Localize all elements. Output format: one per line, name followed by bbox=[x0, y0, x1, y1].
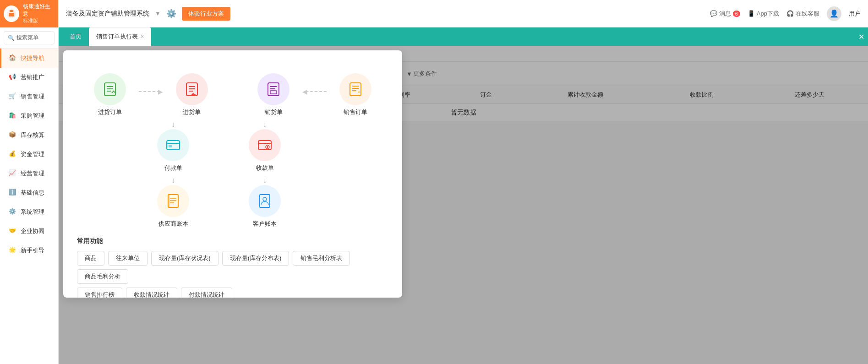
search-icon: 🔍 bbox=[8, 35, 15, 41]
logo-text: 畅康通好生意 标准版 bbox=[23, 3, 55, 24]
main-content: 装备及固定资产辅助管理系统 ▼ ⚙️ 体验行业方案 💬 消息 6 📱 App下载… bbox=[59, 0, 868, 364]
sidebar-item-inventory[interactable]: 📦 库存核算 bbox=[0, 125, 58, 145]
sales-order-label: 销售订单 bbox=[344, 108, 367, 116]
top-header: 装备及固定资产辅助管理系统 ▼ ⚙️ 体验行业方案 💬 消息 6 📱 App下载… bbox=[59, 0, 868, 27]
sidebar-nav: 🏠 快捷导航 📢 营销推广 🛒 销售管理 🛍️ 采购管理 📦 库存核算 💰 bbox=[0, 49, 58, 364]
flow-node-purchase-order: 进货订单 bbox=[82, 73, 139, 116]
operations-icon: 📈 bbox=[9, 169, 17, 178]
sidebar: 畅康通好生意 标准版 🔍 搜索菜单 🏠 快捷导航 📢 营销推广 🛒 销售管理 bbox=[0, 0, 59, 364]
common-btn-customer-unit[interactable]: 往来单位 bbox=[108, 251, 147, 266]
chevron-down-icon: ▼ bbox=[155, 10, 161, 17]
sidebar-item-quick-guide[interactable]: 🏠 快捷导航 bbox=[0, 49, 58, 68]
sidebar-item-system[interactable]: ⚙️ 系统管理 bbox=[0, 202, 58, 222]
page-area: ❓ 帮助 🖨️ 按模板打印 ▼ 📤 导出 ▼ 🔄 刷新 bbox=[59, 46, 868, 364]
payment-bill-circle bbox=[157, 129, 189, 161]
common-btn-product-profit[interactable]: 商品毛利分析 bbox=[77, 269, 128, 284]
sidebar-item-sales[interactable]: 🛒 销售管理 bbox=[0, 87, 58, 106]
receipt-bill-circle bbox=[249, 129, 281, 161]
message-icon: 💬 bbox=[710, 10, 717, 17]
common-btn-payment-stats[interactable]: 付款情况统计 bbox=[181, 288, 232, 298]
common-btn-product[interactable]: 商品 bbox=[77, 251, 104, 266]
purchase-bill-label: 进货单 bbox=[183, 108, 201, 116]
tab-bar-close-button[interactable]: ✕ bbox=[858, 33, 864, 41]
flow-node-sales-order: 销售订单 bbox=[327, 73, 384, 116]
svg-rect-13 bbox=[270, 91, 277, 94]
sales-bill-circle bbox=[257, 73, 289, 105]
common-btn-sales-ranking[interactable]: 销售排行榜 bbox=[77, 288, 122, 298]
middle-row: ↓ 付款单 ↓ bbox=[82, 120, 384, 172]
modal-overlay[interactable]: 进货订单 ▶ bbox=[59, 46, 868, 364]
arrow-sales-bill-to-receipt: ↓ bbox=[263, 120, 267, 129]
tab-bar: 首页 销售订单执行表 × ✕ bbox=[59, 27, 868, 46]
bottom-row: ↓ 供应商账本 ↓ bbox=[82, 176, 384, 228]
sidebar-item-finance[interactable]: 💰 资金管理 bbox=[0, 145, 58, 164]
common-btn-receipt-stats[interactable]: 收款情况统计 bbox=[126, 288, 177, 298]
common-btn-inventory-status[interactable]: 现存量(库存状况表) bbox=[151, 251, 218, 266]
megaphone-icon: 📢 bbox=[9, 73, 17, 81]
common-buttons-row1: 商品 往来单位 现存量(库存状况表) 现存量(库存分布表) 销售毛利分析表 商品… bbox=[77, 251, 388, 284]
header-actions: 💬 消息 6 📱 App下载 🎧 在线客服 👤 用户 bbox=[710, 6, 861, 21]
coop-icon: 🤝 bbox=[9, 227, 17, 235]
sidebar-item-purchase[interactable]: 🛍️ 采购管理 bbox=[0, 106, 58, 125]
sidebar-item-cooperation[interactable]: 🤝 企业协同 bbox=[0, 222, 58, 241]
svg-rect-22 bbox=[258, 141, 271, 150]
flow-col-receipt: ↓ 收款单 bbox=[233, 120, 297, 172]
sidebar-item-marketing[interactable]: 📢 营销推广 bbox=[0, 68, 58, 87]
payment-bill-label: 付款单 bbox=[164, 164, 182, 172]
svg-rect-14 bbox=[350, 83, 361, 96]
receipt-bill-label: 收款单 bbox=[256, 164, 274, 172]
purchase-icon: 🛍️ bbox=[9, 112, 17, 120]
app-download-button[interactable]: 📱 App下载 bbox=[748, 10, 779, 18]
arrow-purchase-order-to-bill: ▶ bbox=[139, 73, 164, 95]
message-button[interactable]: 💬 消息 6 bbox=[710, 10, 740, 18]
common-btn-sales-profit[interactable]: 销售毛利分析表 bbox=[293, 251, 350, 266]
experience-button[interactable]: 体验行业方案 bbox=[182, 7, 230, 21]
sidebar-item-operations[interactable]: 📈 经营管理 bbox=[0, 164, 58, 183]
sidebar-item-basic-info[interactable]: ℹ️ 基础信息 bbox=[0, 183, 58, 202]
user-avatar[interactable]: 👤 bbox=[827, 6, 841, 21]
settings-button[interactable]: ⚙️ bbox=[166, 9, 176, 19]
sales-order-circle bbox=[339, 73, 371, 105]
purchase-order-label: 进货订单 bbox=[98, 108, 122, 116]
svg-rect-31 bbox=[168, 195, 170, 207]
tab-sales-order[interactable]: 销售订单执行表 × bbox=[89, 27, 151, 46]
supplier-account-circle bbox=[157, 185, 189, 217]
home-tab-label: 首页 bbox=[70, 33, 82, 41]
arrow-receipt-to-customer: ↓ bbox=[263, 176, 267, 185]
flow-col-customer: ↓ 客户账本 bbox=[233, 176, 297, 228]
sales-bill-label: 销货单 bbox=[265, 108, 283, 116]
tab-close-button[interactable]: × bbox=[141, 33, 144, 40]
logo-icon bbox=[4, 5, 19, 22]
purchase-order-circle bbox=[94, 73, 126, 105]
svg-rect-21 bbox=[169, 145, 172, 147]
sidebar-item-newbie[interactable]: 🌟 新手引导 bbox=[0, 241, 58, 260]
flow-col-supplier: ↓ 供应商账本 bbox=[141, 176, 205, 228]
system-icon: ⚙️ bbox=[9, 208, 17, 216]
svg-rect-1 bbox=[9, 13, 14, 16]
arrow-sales-order-to-bill: ◀ bbox=[302, 73, 327, 95]
flow-node-sales-bill: 销货单 bbox=[245, 73, 302, 116]
customer-account-label: 客户账本 bbox=[253, 220, 277, 228]
info-icon: ℹ️ bbox=[9, 189, 17, 197]
modal-box: 进货订单 ▶ bbox=[63, 50, 402, 298]
common-buttons-row2: 销售排行榜 收款情况统计 付款情况统计 bbox=[77, 288, 388, 298]
common-btn-inventory-dist[interactable]: 现存量(库存分布表) bbox=[222, 251, 289, 266]
headset-icon: 🎧 bbox=[786, 10, 794, 17]
search-menu-button[interactable]: 🔍 搜索菜单 bbox=[4, 31, 55, 44]
message-badge: 6 bbox=[733, 11, 740, 17]
tab-home[interactable]: 首页 bbox=[62, 27, 89, 46]
inventory-icon: 📦 bbox=[9, 131, 17, 139]
download-icon: 📱 bbox=[748, 10, 755, 17]
sidebar-logo: 畅康通好生意 标准版 bbox=[0, 0, 58, 27]
active-tab-label: 销售订单执行表 bbox=[96, 33, 138, 41]
online-service-button[interactable]: 🎧 在线客服 bbox=[786, 10, 819, 18]
svg-rect-19 bbox=[167, 141, 180, 150]
flow-node-purchase-bill: 进货单 bbox=[163, 73, 220, 116]
system-dropdown[interactable]: ▼ bbox=[155, 10, 161, 17]
flow-diagram: 进货订单 ▶ bbox=[77, 64, 388, 237]
customer-account-circle bbox=[249, 185, 281, 217]
system-title: 装备及固定资产辅助管理系统 bbox=[66, 10, 149, 18]
supplier-account-label: 供应商账本 bbox=[158, 220, 188, 228]
flow-col-payment: ↓ 付款单 bbox=[141, 120, 205, 172]
user-label: 用户 bbox=[849, 10, 861, 18]
